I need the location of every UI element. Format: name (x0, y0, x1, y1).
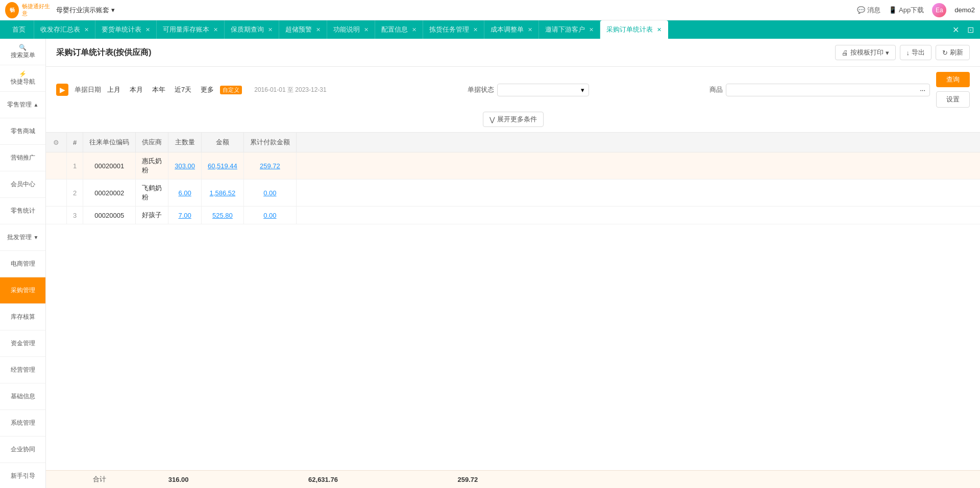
tab-yaoqing[interactable]: 邀请下游客户 ✕ (539, 20, 600, 39)
sidebar-item-newguide[interactable]: 新手引导 (0, 463, 45, 488)
date-shortcut-last-month[interactable]: 上月 (104, 84, 124, 95)
export-button[interactable]: ↓ 导出 (900, 45, 932, 60)
custom-date-badge[interactable]: 自定义 (220, 86, 242, 94)
sidebar-item-search[interactable]: 🔍 搜索菜单 (0, 39, 45, 65)
td-paid-3[interactable]: 0.00 (243, 207, 296, 224)
tab-paihuorenwu-label: 拣货任务管理 (429, 25, 469, 34)
tab-paihuorenwu-close[interactable]: ✕ (473, 27, 478, 33)
tab-peizhi-close[interactable]: ✕ (412, 27, 416, 33)
tab-baozhiqi-close[interactable]: ✕ (268, 27, 273, 33)
sidebar-item-ops[interactable]: 经营管理 (0, 357, 45, 383)
td-paid-2[interactable]: 0.00 (243, 179, 296, 207)
td-unit-code-1: 00020001 (83, 152, 136, 179)
search-icon: 🔍 (19, 44, 27, 51)
tab-close-all-button[interactable]: ✕ (950, 25, 961, 35)
date-range-display: 2016-01-01 至 2023-12-31 (254, 86, 326, 94)
td-amount-1[interactable]: 60,519.44 (202, 152, 244, 179)
sidebar-item-basic[interactable]: 基础信息 (0, 383, 45, 410)
avatar[interactable]: Ea (932, 3, 946, 17)
sidebar-item-system[interactable]: 系统管理 (0, 410, 45, 436)
tab-yaoqing-close[interactable]: ✕ (589, 27, 594, 33)
column-settings-icon[interactable]: ⚙ (52, 138, 60, 146)
td-qty-1[interactable]: 303.00 (168, 152, 202, 179)
tab-caigou-close[interactable]: ✕ (657, 27, 662, 33)
goods-search-input[interactable]: ··· (726, 84, 930, 96)
td-empty-3 (296, 207, 980, 224)
message-button[interactable]: 💬 消息 (857, 6, 880, 15)
expand-filter-button[interactable]: ⋁ 展开更多条件 (483, 112, 544, 127)
td-amount-2[interactable]: 1,586.52 (202, 179, 244, 207)
app-download-label: App下载 (899, 6, 924, 15)
tab-chengben-close[interactable]: ✕ (528, 27, 532, 33)
td-amount-3[interactable]: 525.80 (202, 207, 244, 224)
sidebar-item-inventory[interactable]: 库存核算 (0, 304, 45, 330)
tab-keyongliang-close[interactable]: ✕ (213, 27, 218, 33)
sidebar-item-ecom-label: 电商管理 (11, 260, 35, 268)
td-empty-2 (296, 179, 980, 207)
td-no-1: 1 (67, 152, 83, 179)
expand-label: 展开更多条件 (497, 115, 537, 124)
sidebar-item-quicknav[interactable]: ⚡ 快捷导航 (0, 65, 45, 92)
tab-paihuorenwu[interactable]: 拣货任务管理 ✕ (423, 20, 484, 39)
sidebar-item-retail[interactable]: 零售管理 ▲ (0, 92, 45, 118)
table-header-row: ⚙ # 往来单位编码 供应商 主数量 金额 累计付款金额 (46, 133, 980, 152)
printer-icon: 🖨 (842, 49, 848, 57)
tab-gongneng-close[interactable]: ✕ (364, 27, 369, 33)
tab-peizhi[interactable]: 配置信息 ✕ (375, 20, 423, 39)
date-shortcut-more[interactable]: 更多 (198, 84, 217, 95)
tab-yaohuo[interactable]: 要货单统计表 ✕ (95, 20, 157, 39)
tab-shoufahuikuan[interactable]: 收发存汇总表 ✕ (34, 20, 95, 39)
goods-filter: 商品 ··· (709, 84, 930, 96)
sidebar-item-wholesale[interactable]: 批发管理 ▼ (0, 224, 45, 251)
th-settings: ⚙ (46, 133, 67, 152)
tab-chaochuyujing[interactable]: 超储预警 ✕ (279, 20, 327, 39)
print-button[interactable]: 🖨 按模板打印 ▾ (835, 45, 896, 60)
tab-maximize-button[interactable]: ⊡ (965, 25, 976, 35)
sidebar-item-finance[interactable]: 资金管理 (0, 330, 45, 357)
refresh-button[interactable]: ↻ 刷新 (936, 45, 970, 60)
td-qty-2[interactable]: 6.00 (168, 179, 202, 207)
sidebar-item-members[interactable]: 会员中心 (0, 171, 45, 198)
sidebar-item-marketing[interactable]: 营销推广 (0, 145, 45, 171)
footer-qty: 316.00 (168, 476, 189, 483)
toggle-filter-button[interactable]: ▶ (56, 84, 68, 96)
app-download-button[interactable]: 📱 App下载 (889, 6, 924, 15)
tab-gongneng[interactable]: 功能说明 ✕ (327, 20, 375, 39)
td-unit-code-3: 00020005 (83, 207, 136, 224)
tab-chengben[interactable]: 成本调整单 ✕ (484, 20, 539, 39)
tab-shoufahuikuan-close[interactable]: ✕ (84, 27, 89, 33)
td-qty-3[interactable]: 7.00 (168, 207, 202, 224)
logo-text: 畅捷通好生意 (22, 3, 51, 16)
sidebar-item-retail-stats[interactable]: 零售统计 (0, 198, 45, 224)
date-shortcut-this-month[interactable]: 本月 (127, 84, 146, 95)
tab-chaochuyujing-close[interactable]: ✕ (316, 27, 321, 33)
tab-caigou[interactable]: 采购订单统计表 ✕ (600, 20, 668, 39)
tab-baozhiqi[interactable]: 保质期查询 ✕ (225, 20, 279, 39)
sidebar-item-purchase[interactable]: 采购管理 (0, 277, 45, 304)
tab-yaohuo-close[interactable]: ✕ (145, 27, 150, 33)
message-icon: 💬 (857, 6, 865, 14)
ellipsis-icon: ··· (920, 86, 925, 94)
date-shortcut-this-year[interactable]: 本年 (149, 84, 168, 95)
tab-chaochuyujing-label: 超储预警 (285, 25, 312, 34)
tab-chengben-label: 成本调整单 (491, 25, 524, 34)
sidebar-item-marketing-label: 营销推广 (11, 153, 35, 162)
status-select[interactable]: ▾ (497, 84, 589, 96)
sidebar-item-ecom[interactable]: 电商管理 (0, 251, 45, 277)
workspace-selector[interactable]: 母婴行业演示账套 ▾ (56, 6, 852, 15)
chevron-down-icon: ▾ (111, 6, 115, 14)
sidebar-item-retail-stats-label: 零售统计 (11, 207, 35, 215)
td-supplier-3: 好孩子 (136, 207, 168, 224)
td-paid-1[interactable]: 259.72 (243, 152, 296, 179)
data-table: ⚙ # 往来单位编码 供应商 主数量 金额 累计付款金额 1 (46, 133, 980, 224)
th-paid: 累计付款金额 (243, 133, 296, 152)
query-button[interactable]: 查询 (936, 72, 970, 87)
filter-settings-button[interactable]: 设置 (936, 91, 970, 108)
date-shortcut-7days[interactable]: 近7天 (172, 84, 194, 95)
filter-row-1: ▶ 单据日期 上月 本月 本年 近7天 更多 自定义 2016-01-01 至 … (56, 72, 970, 108)
tab-keyongliang[interactable]: 可用量库存账本 ✕ (157, 20, 225, 39)
sidebar-item-retail-shop[interactable]: 零售商城 (0, 118, 45, 145)
tab-home[interactable]: 首页 (4, 20, 34, 39)
sidebar-item-enterprise[interactable]: 企业协同 (0, 436, 45, 463)
sidebar-item-newguide-label: 新手引导 (11, 472, 35, 480)
